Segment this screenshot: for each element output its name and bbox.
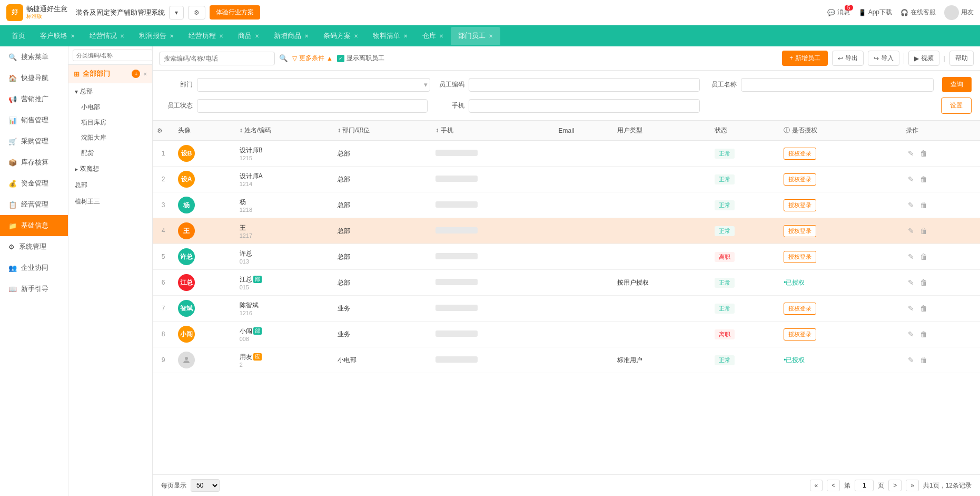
auth-btn[interactable]: 授权登录 xyxy=(784,199,816,211)
auth-btn[interactable]: 授权登录 xyxy=(784,148,816,160)
tab-profit[interactable]: 利润报告 ✕ xyxy=(132,27,181,45)
tab-department[interactable]: 部门员工 ✕ xyxy=(451,27,500,45)
close-icon[interactable]: ✕ xyxy=(354,33,358,39)
service-area[interactable]: 🎧 在线客服 xyxy=(900,8,936,17)
close-icon[interactable]: ✕ xyxy=(403,33,408,39)
dept-add-btn[interactable]: + xyxy=(132,70,140,78)
query-btn[interactable]: 查询 xyxy=(942,77,972,92)
close-icon[interactable]: ✕ xyxy=(304,33,309,39)
edit-btn[interactable]: ✎ xyxy=(906,226,916,236)
sidebar-item-purchase[interactable]: 🛒 采购管理 xyxy=(0,131,68,152)
edit-btn[interactable]: ✎ xyxy=(906,148,916,159)
sidebar-item-finance[interactable]: 💰 资金管理 xyxy=(0,173,68,194)
close-icon[interactable]: ✕ xyxy=(219,33,223,39)
close-icon[interactable]: ✕ xyxy=(489,33,493,39)
auth-btn[interactable]: 授权登录 xyxy=(784,225,816,237)
all-dept-item[interactable]: ⊞ 全部部门 + « xyxy=(68,65,152,83)
tab-history[interactable]: 经营历程 ✕ xyxy=(181,27,231,45)
prev-page-btn[interactable]: < xyxy=(827,480,840,491)
delete-btn[interactable]: 🗑 xyxy=(918,277,929,288)
dept-item-peihuo[interactable]: 配货 xyxy=(68,145,152,161)
sidebar-item-management[interactable]: 📋 经营管理 xyxy=(0,194,68,215)
dept-item-zongbu[interactable]: 总部 xyxy=(68,177,152,193)
delete-btn[interactable]: 🗑 xyxy=(918,303,929,314)
top-bar-actions: 💬 5 消息 📱 App下载 🎧 在线客服 用友 xyxy=(827,5,974,20)
dropdown-btn[interactable]: ▾ xyxy=(169,6,184,20)
auth-btn[interactable]: 授权登录 xyxy=(784,173,816,186)
import-btn[interactable]: ↪ 导入 xyxy=(868,51,899,66)
dept-search-input[interactable] xyxy=(73,50,153,61)
set-btn[interactable]: 设置 xyxy=(941,98,972,114)
search-input[interactable] xyxy=(159,52,275,65)
delete-btn[interactable]: 🗑 xyxy=(918,200,929,210)
more-filter-btn[interactable]: ▽ 更多条件 ▲ xyxy=(292,54,333,63)
sidebar-item-nav[interactable]: 🏠 快捷导航 xyxy=(0,67,68,89)
filter-emp-name-input[interactable] xyxy=(741,78,934,92)
close-icon[interactable]: ✕ xyxy=(439,33,443,39)
tab-customer[interactable]: 客户联络 ✕ xyxy=(33,27,82,45)
delete-btn[interactable]: 🗑 xyxy=(918,226,929,236)
delete-btn[interactable]: 🗑 xyxy=(918,174,929,184)
last-page-btn[interactable]: » xyxy=(906,480,919,491)
settings-btn[interactable]: ⚙ xyxy=(188,6,205,20)
trial-btn[interactable]: 体验行业方案 xyxy=(210,5,260,20)
next-page-btn[interactable]: > xyxy=(888,480,902,491)
close-icon[interactable]: ✕ xyxy=(255,33,259,39)
sidebar-item-guide[interactable]: 📖 新手引导 xyxy=(0,278,68,299)
filter-phone-input[interactable] xyxy=(469,99,699,113)
sidebar-item-sales[interactable]: 📊 销售管理 xyxy=(0,110,68,131)
delete-btn[interactable]: 🗑 xyxy=(918,251,929,262)
tab-goods[interactable]: 商品 ✕ xyxy=(231,27,266,45)
add-employee-btn[interactable]: + 新增员工 xyxy=(782,51,827,66)
close-icon[interactable]: ✕ xyxy=(71,33,75,39)
auth-btn[interactable]: 授权登录 xyxy=(784,251,816,263)
show-off-btn[interactable]: ✓ 显示离职员工 xyxy=(337,54,384,63)
sidebar-item-inventory[interactable]: 📦 库存核算 xyxy=(0,152,68,173)
delete-btn[interactable]: 🗑 xyxy=(918,329,929,339)
per-page-select[interactable]: 50 100 200 xyxy=(191,479,220,492)
help-btn[interactable]: 帮助 xyxy=(949,51,974,66)
close-icon[interactable]: ✕ xyxy=(120,33,124,39)
close-icon[interactable]: ✕ xyxy=(170,33,174,39)
dept-item-shuangmo[interactable]: ▸ 双魔想 xyxy=(68,161,152,177)
sidebar-item-search[interactable]: 🔍 搜索菜单 xyxy=(0,46,68,67)
app-download-area[interactable]: 📱 App下载 xyxy=(858,8,892,17)
tab-home[interactable]: 首页 xyxy=(4,27,33,45)
edit-btn[interactable]: ✎ xyxy=(906,355,916,365)
tab-new-goods[interactable]: 新增商品 ✕ xyxy=(266,27,316,45)
delete-btn[interactable]: 🗑 xyxy=(918,355,929,365)
export-btn[interactable]: ↩ 导出 xyxy=(832,51,864,66)
sidebar-item-collab[interactable]: 👥 企业协同 xyxy=(0,257,68,278)
filter-status-select[interactable] xyxy=(197,99,428,113)
edit-btn[interactable]: ✎ xyxy=(906,174,916,184)
edit-btn[interactable]: ✎ xyxy=(906,200,916,210)
sidebar-item-marketing[interactable]: 📢 营销推广 xyxy=(0,89,68,110)
tab-warehouse[interactable]: 仓库 ✕ xyxy=(415,27,451,45)
filter-emp-code-input[interactable] xyxy=(469,78,699,92)
delete-btn[interactable]: 🗑 xyxy=(918,148,929,159)
edit-btn[interactable]: ✎ xyxy=(906,329,916,339)
dept-collapse-btn[interactable]: « xyxy=(143,70,147,77)
dept-item-shenyang[interactable]: 沈阳大库 xyxy=(68,130,152,145)
tab-barcode[interactable]: 条码方案 ✕ xyxy=(316,27,365,45)
message-icon-area[interactable]: 💬 5 消息 xyxy=(827,8,850,17)
user-area[interactable]: 用友 xyxy=(944,5,974,20)
edit-btn[interactable]: ✎ xyxy=(906,303,916,314)
edit-btn[interactable]: ✎ xyxy=(906,277,916,288)
tab-bom[interactable]: 物料清单 ✕ xyxy=(365,27,415,45)
dept-item-xiaodian[interactable]: 小电部 xyxy=(68,100,152,115)
tab-operation[interactable]: 经营情况 ✕ xyxy=(82,27,132,45)
filter-dept-select[interactable] xyxy=(197,78,430,92)
dept-item-zhishu[interactable]: 植树王三 xyxy=(68,193,152,210)
edit-btn[interactable]: ✎ xyxy=(906,251,916,262)
page-input[interactable] xyxy=(855,480,874,491)
first-page-btn[interactable]: « xyxy=(810,480,823,491)
dept-item-project[interactable]: 项目库房 xyxy=(68,115,152,130)
auth-btn[interactable]: 授权登录 xyxy=(784,328,816,341)
sidebar-item-basic[interactable]: 📁 基础信息 xyxy=(0,215,68,236)
search-submit-btn[interactable]: 🔍 xyxy=(279,54,288,62)
dept-item-headquarter[interactable]: ▾ 总部 xyxy=(68,83,152,100)
view-btn[interactable]: ▶ 视频 xyxy=(908,51,939,66)
sidebar-item-system[interactable]: ⚙ 系统管理 xyxy=(0,236,68,257)
auth-btn[interactable]: 授权登录 xyxy=(784,303,816,315)
